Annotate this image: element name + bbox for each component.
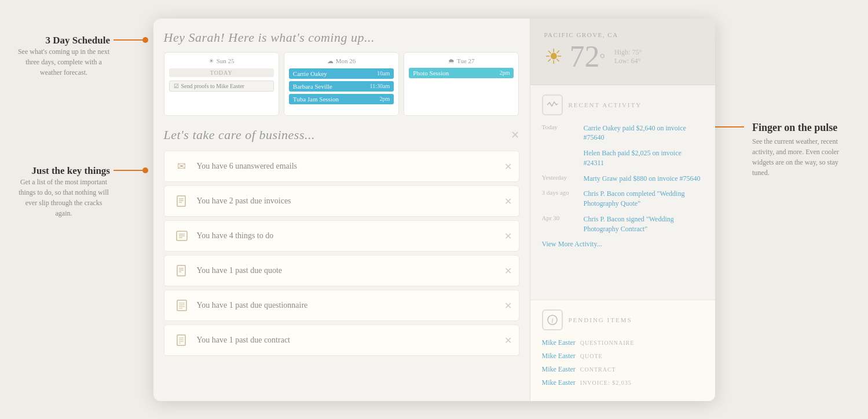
pending-widget: i PENDING ITEMS Mike Easter QUESTIONNAIR… — [530, 300, 715, 401]
keythings-annotation-desc: Get a list of the most important things … — [17, 177, 110, 218]
pulse-arrow-line — [715, 126, 744, 127]
schedule-annotation-desc: See what's coming up in the next three d… — [17, 46, 110, 78]
pulse-annotation-text: Finger on the pulse See the current weat… — [752, 122, 856, 178]
business-dismiss-icon[interactable]: ✕ — [511, 129, 519, 141]
pending-header: i PENDING ITEMS — [542, 309, 704, 330]
activity-date-3: 3 days ago — [542, 189, 577, 209]
todo-icon — [174, 228, 190, 244]
todo-quote-dismiss[interactable]: ✕ — [504, 265, 512, 276]
pulse-annotation: Finger on the pulse See the current weat… — [706, 122, 856, 178]
task-text: Send proofs to Mike Easter — [181, 83, 244, 89]
weather-degree: ° — [600, 50, 606, 65]
cloud-icon: ☁ — [327, 57, 334, 65]
day-header-mon: ☁ Mon 26 — [289, 57, 394, 65]
pulse-annotation-desc: See the current weather, recent activity… — [752, 136, 856, 178]
activity-row-0: Today Carrie Oakey paid $2,640 on invoic… — [542, 123, 704, 143]
mon-event-3-time: 2pm — [379, 96, 390, 102]
activity-text-2[interactable]: Marty Graw paid $880 on invoice #75640 — [584, 174, 701, 184]
invoice-icon — [174, 193, 190, 209]
pulse-annotation-title: Finger on the pulse — [752, 122, 856, 134]
todo-item-todos[interactable]: You have 4 things to do ✕ — [164, 220, 519, 252]
activity-text-3[interactable]: Chris P. Bacon completed "Wedding Photog… — [584, 189, 704, 209]
activity-date-0: Today — [542, 123, 577, 143]
tue-label: Tue 27 — [457, 57, 474, 64]
todo-invoices-text: You have 2 past due invoices — [197, 196, 291, 206]
pending-icon: i — [542, 309, 563, 330]
todo-item-contract[interactable]: You have 1 past due contract ✕ — [164, 325, 519, 356]
activity-row-2: Yesterday Marty Graw paid $880 on invoic… — [542, 174, 704, 184]
todo-item-quote[interactable]: You have 1 past due quote ✕ — [164, 255, 519, 286]
todo-questionnaire-text: You have 1 past due questionnaire — [197, 301, 308, 310]
day-col-tue: 🌧 Tue 27 Photo Session 2pm — [404, 52, 519, 116]
view-more-activity[interactable]: View More Activity... — [542, 240, 704, 249]
mon-event-3-name: Tuba Jam Session — [293, 96, 339, 103]
mon-event-2[interactable]: Barbara Seville 11:30am — [289, 81, 394, 92]
day-header-sun: ☀ Sun 25 — [169, 57, 274, 65]
mon-label: Mon 26 — [336, 57, 356, 64]
keythings-annotation-text: Just the key things Get a list of the mo… — [17, 165, 110, 218]
pending-name-0[interactable]: Mike Easter — [542, 338, 576, 347]
todo-questionnaire-dismiss[interactable]: ✕ — [504, 300, 512, 311]
svg-rect-12 — [177, 300, 186, 311]
activity-date-4: Apr 30 — [542, 214, 577, 234]
pending-name-2[interactable]: Mike Easter — [542, 365, 576, 374]
activity-text-1[interactable]: Helen Bach paid $2,025 on invoice #24311 — [584, 148, 704, 168]
pending-row-1: Mike Easter QUOTE — [542, 352, 704, 360]
todo-item-invoices[interactable]: You have 2 past due invoices ✕ — [164, 185, 519, 217]
pending-title: PENDING ITEMS — [569, 316, 632, 323]
mon-event-2-name: Barbara Seville — [293, 83, 332, 90]
tue-event-1-time: 2pm — [500, 70, 510, 76]
weather-temp-group: 72° — [570, 42, 606, 72]
svg-rect-8 — [177, 265, 185, 276]
weather-main: ☀ 72° High: 75° Low: 64° — [544, 42, 701, 72]
activity-header: RECENT ACTIVITY — [542, 94, 704, 115]
weather-temp: 72 — [570, 40, 600, 73]
todo-contract-dismiss[interactable]: ✕ — [504, 334, 512, 345]
mon-event-1-time: 10am — [377, 70, 390, 76]
mon-event-1-name: Carrie Oakey — [293, 70, 327, 77]
activity-icon — [542, 94, 563, 115]
todo-item-emails[interactable]: ✉ You have 6 unanswered emails ✕ — [164, 151, 519, 182]
todo-item-questionnaire[interactable]: You have 1 past due questionnaire ✕ — [164, 290, 519, 321]
day-header-tue: 🌧 Tue 27 — [409, 57, 514, 64]
activity-date-1 — [542, 148, 577, 168]
todo-todos-text: You have 4 things to do — [197, 231, 274, 241]
activity-row-1: Helen Bach paid $2,025 on invoice #24311 — [542, 148, 704, 168]
pending-row-0: Mike Easter QUESTIONNAIRE — [542, 338, 704, 347]
today-label: TODAY — [169, 68, 274, 77]
activity-row-4: Apr 30 Chris P. Bacon signed "Wedding Ph… — [542, 214, 704, 234]
schedule-arrow-dot — [142, 37, 148, 43]
keythings-arrow — [113, 167, 148, 173]
svg-rect-17 — [177, 335, 185, 345]
contract-icon — [174, 332, 190, 348]
todo-invoices-dismiss[interactable]: ✕ — [504, 195, 512, 206]
pending-name-3[interactable]: Mike Easter — [542, 378, 576, 387]
weather-widget: PACIFIC GROVE, CA ☀ 72° High: 75° Low: 6… — [530, 19, 715, 85]
tue-event-1-name: Photo Session — [413, 70, 449, 76]
tue-event-1[interactable]: Photo Session 2pm — [409, 68, 514, 78]
activity-text-0[interactable]: Carrie Oakey paid $2,640 on invoice #756… — [584, 123, 704, 143]
weather-hi-lo: High: 75° Low: 64° — [614, 48, 642, 65]
schedule-arrow-line — [113, 39, 142, 41]
right-panel: PACIFIC GROVE, CA ☀ 72° High: 75° Low: 6… — [530, 19, 715, 401]
schedule-annotation-title: 3 Day Schedule — [17, 35, 110, 46]
todo-emails-dismiss[interactable]: ✕ — [504, 161, 512, 172]
activity-widget: RECENT ACTIVITY Today Carrie Oakey paid … — [530, 85, 715, 300]
mon-event-1[interactable]: Carrie Oakey 10am — [289, 68, 394, 79]
activity-text-4[interactable]: Chris P. Bacon signed "Wedding Photograp… — [584, 214, 704, 234]
schedule-heading: Hey Sarah! Here is what's coming up... — [164, 30, 519, 45]
business-heading: Let's take care of business... — [164, 127, 315, 143]
outer-container: 3 Day Schedule See what's coming up in t… — [0, 0, 868, 419]
todo-todos-dismiss[interactable]: ✕ — [504, 230, 512, 241]
weather-location: PACIFIC GROVE, CA — [544, 31, 701, 38]
svg-text:i: i — [551, 316, 553, 325]
day-col-sun: ☀ Sun 25 TODAY ☑ Send proofs to Mike Eas… — [164, 52, 279, 116]
pending-name-1[interactable]: Mike Easter — [542, 352, 576, 360]
mon-event-2-time: 11:30am — [370, 83, 390, 89]
activity-row-3: 3 days ago Chris P. Bacon completed "Wed… — [542, 189, 704, 209]
sun-task[interactable]: ☑ Send proofs to Mike Easter — [169, 81, 274, 92]
svg-rect-0 — [177, 196, 185, 206]
mon-event-3[interactable]: Tuba Jam Session 2pm — [289, 94, 394, 104]
sun-weather-icon: ☀ — [544, 45, 563, 69]
rain-icon: 🌧 — [448, 57, 455, 64]
